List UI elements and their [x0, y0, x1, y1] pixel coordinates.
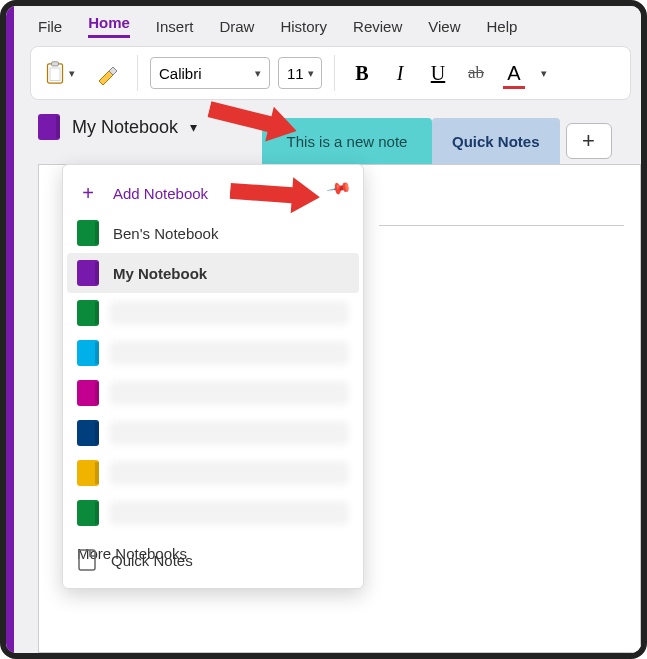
notebook-icon: [77, 300, 99, 326]
font-size-value: 11: [287, 65, 304, 82]
notebook-item-obscured[interactable]: [67, 453, 359, 493]
clipboard-icon: [45, 61, 65, 85]
strikethrough-button[interactable]: ab: [461, 54, 491, 92]
menu-review[interactable]: Review: [353, 18, 402, 35]
notebook-item-label: My Notebook: [113, 265, 207, 282]
notebook-icon: [38, 114, 60, 140]
chevron-down-icon: ▾: [65, 67, 75, 80]
notebook-icon: [77, 340, 99, 366]
plus-icon: +: [77, 182, 99, 205]
format-painter-button[interactable]: [89, 54, 125, 92]
svg-rect-1: [52, 62, 59, 66]
add-notebook-item[interactable]: + Add Notebook: [67, 173, 359, 213]
ribbon-separator: [137, 55, 138, 91]
dropdown-footer: Quick Notes: [63, 542, 363, 578]
font-color-swatch: [503, 86, 525, 89]
font-color-label: A: [507, 62, 520, 85]
bold-button[interactable]: B: [347, 54, 377, 92]
notebook-item-obscured[interactable]: [67, 493, 359, 533]
chevron-down-icon: ▾: [190, 119, 197, 135]
add-tab-button[interactable]: +: [566, 123, 612, 159]
tab-new-note[interactable]: This is a new note: [262, 118, 432, 164]
notebook-item-label-obscured: [109, 301, 349, 325]
notebook-item-obscured[interactable]: [67, 373, 359, 413]
paintbrush-icon: [95, 61, 119, 85]
notebook-item-label-obscured: [109, 461, 349, 485]
notebook-icon: [77, 420, 99, 446]
menu-bar: File Home Insert Draw History Review Vie…: [14, 6, 641, 44]
notebook-icon: [77, 380, 99, 406]
paste-button[interactable]: ▾: [39, 54, 81, 92]
menu-insert[interactable]: Insert: [156, 18, 194, 35]
menu-file[interactable]: File: [38, 18, 62, 35]
notebook-item-bens[interactable]: Ben's Notebook: [67, 213, 359, 253]
notebook-icon: [77, 460, 99, 486]
font-color-button[interactable]: A: [499, 54, 529, 92]
section-tabs: This is a new note Quick Notes +: [262, 118, 641, 164]
notebook-icon: [77, 220, 99, 246]
ribbon: ▾ Calibri ▾ 11 ▾ B I U ab A ▾: [30, 46, 631, 100]
page-icon: [77, 549, 97, 571]
chevron-down-icon: ▾: [304, 67, 314, 80]
chevron-down-icon[interactable]: ▾: [537, 67, 547, 80]
font-name-value: Calibri: [159, 65, 202, 82]
font-size-select[interactable]: 11 ▾: [278, 57, 322, 89]
underline-button[interactable]: U: [423, 54, 453, 92]
notebook-item-label-obscured: [109, 341, 349, 365]
menu-home[interactable]: Home: [88, 14, 130, 38]
ribbon-separator: [334, 55, 335, 91]
svg-rect-3: [79, 550, 95, 570]
quick-notes-item[interactable]: Quick Notes: [77, 542, 349, 578]
notebook-item-label-obscured: [109, 421, 349, 445]
svg-rect-2: [50, 68, 60, 81]
notebook-item-obscured[interactable]: [67, 333, 359, 373]
quick-notes-label: Quick Notes: [111, 552, 193, 569]
window-frame: File Home Insert Draw History Review Vie…: [0, 0, 647, 659]
notebook-dropdown: 📌 + Add Notebook Ben's Notebook My Noteb…: [62, 164, 364, 589]
notebook-icon: [77, 260, 99, 286]
italic-button[interactable]: I: [385, 54, 415, 92]
chevron-down-icon: ▾: [251, 67, 261, 80]
notebook-item-obscured[interactable]: [67, 293, 359, 333]
notebook-item-my[interactable]: My Notebook: [67, 253, 359, 293]
menu-history[interactable]: History: [280, 18, 327, 35]
tab-quick-notes[interactable]: Quick Notes: [432, 118, 560, 164]
app-content: File Home Insert Draw History Review Vie…: [14, 6, 641, 653]
font-name-select[interactable]: Calibri ▾: [150, 57, 270, 89]
notebook-icon: [77, 500, 99, 526]
notebook-item-label: Ben's Notebook: [113, 225, 218, 242]
add-notebook-label: Add Notebook: [113, 185, 208, 202]
notebook-item-obscured[interactable]: [67, 413, 359, 453]
current-notebook-name: My Notebook: [72, 117, 178, 138]
menu-help[interactable]: Help: [487, 18, 518, 35]
page-title-input[interactable]: [379, 225, 624, 226]
notebook-item-label-obscured: [109, 381, 349, 405]
app-accent-bar: [6, 6, 14, 653]
menu-view[interactable]: View: [428, 18, 460, 35]
notebook-item-label-obscured: [109, 501, 349, 525]
menu-draw[interactable]: Draw: [219, 18, 254, 35]
